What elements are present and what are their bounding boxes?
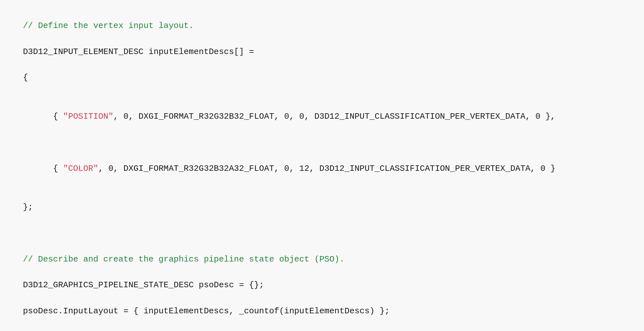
line-8: D3D12_GRAPHICS_PIPELINE_STATE_DESC psoDe… [23,280,264,290]
line-1: // Define the vertex input layout. [23,21,194,31]
line-9: psoDesc.InputLayout = { inputElementDesc… [23,306,390,316]
line-4: { "POSITION", 0, DXGI_FORMAT_R32G32B32_F… [13,112,555,134]
line-6: }; [23,202,33,212]
line-7: // Describe and create the graphics pipe… [23,254,345,264]
line-3: { [23,73,28,82]
code-container: // Define the vertex input layout. D3D12… [13,6,631,331]
line-2: D3D12_INPUT_ELEMENT_DESC inputElementDes… [23,47,254,57]
line-5: { "COLOR", 0, DXGI_FORMAT_R32G32B32A32_F… [13,164,555,186]
